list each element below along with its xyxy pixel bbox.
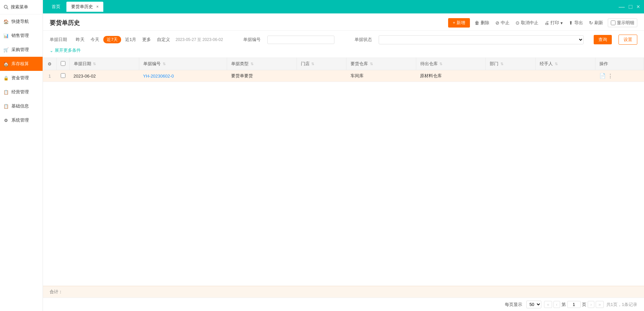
sort-icon-req-warehouse: ⇅ <box>370 62 373 66</box>
th-req-warehouse-label: 要货仓库 <box>351 61 368 66</box>
page-input[interactable] <box>567 301 581 308</box>
expand-label: 展开更多条件 <box>55 47 81 53</box>
cancel-stop-icon: ⊙ <box>516 20 520 26</box>
tab-close-icon[interactable]: × <box>96 4 99 9</box>
row-pending-warehouse: 原材料仓库 <box>416 70 486 82</box>
edit-icon[interactable]: 📄 <box>599 73 606 79</box>
sidebar: 搜索菜单 🏠 快捷导航 📊 销售管理 🛒 采购管理 🏠 库存核算 🔒 资金管理 … <box>0 0 43 311</box>
date-btn-today[interactable]: 今天 <box>89 36 101 43</box>
sidebar-item-operations[interactable]: 📋 经营管理 <box>0 85 43 99</box>
doc-num-input[interactable] <box>267 36 334 44</box>
sidebar-item-basic-info[interactable]: 📋 基础信息 <box>0 99 43 113</box>
row-store <box>297 70 346 82</box>
delete-button[interactable]: 🗑 删除 <box>473 19 491 27</box>
topbar: 首页 要货单历史 × — □ × <box>43 0 644 13</box>
topbar-actions: — □ × <box>619 3 640 10</box>
date-btn-custom[interactable]: 自定义 <box>155 36 172 43</box>
sidebar-item-label: 快捷导航 <box>11 18 29 25</box>
basic-info-icon: 📋 <box>3 103 9 109</box>
delete-icon: 🗑 <box>475 20 479 26</box>
print-arrow-icon: ▾ <box>560 20 563 26</box>
sidebar-item-sales[interactable]: 📊 销售管理 <box>0 29 43 43</box>
action-icons-container: 📄 ⋮ <box>599 73 640 79</box>
per-page-select[interactable]: 50 <box>526 301 541 308</box>
total-info: 共1页，1条记录 <box>606 302 637 308</box>
date-btn-more[interactable]: 更多 <box>140 36 153 43</box>
date-btn-7days[interactable]: 近7天 <box>103 36 121 43</box>
restore-icon[interactable]: □ <box>629 3 633 10</box>
row-doc-type: 要货单要货 <box>227 70 297 82</box>
sort-icon-doc-num: ⇅ <box>163 62 166 66</box>
th-store[interactable]: 门店 ⇅ <box>297 58 346 70</box>
print-button[interactable]: 🖨 打印 ▾ <box>543 19 564 27</box>
page-nav: « ‹ 第 页 › » <box>544 301 603 308</box>
filter-area: 单据日期 昨天 今天 近7天 近1月 更多 自定义 2023-05-27 至 2… <box>43 31 644 58</box>
sidebar-search[interactable]: 搜索菜单 <box>0 0 43 14</box>
last-page-btn[interactable]: » <box>596 301 603 308</box>
th-doc-date-label: 单据日期 <box>74 61 91 66</box>
date-range-display: 2023-05-27 至 2023-06-02 <box>175 37 223 43</box>
status-select[interactable] <box>379 35 584 44</box>
sidebar-item-label: 基础信息 <box>11 103 29 109</box>
th-pending-warehouse[interactable]: 待出仓库 ⇅ <box>416 58 486 70</box>
next-page-btn[interactable]: › <box>588 301 594 308</box>
table-row: 1 2023-06-02 YH-20230602-0 要货单要货 车间库 原材料… <box>43 70 644 82</box>
sidebar-item-label: 系统管理 <box>11 117 29 123</box>
more-icon[interactable]: ⋮ <box>608 73 613 79</box>
home-icon: 🏠 <box>3 19 9 24</box>
tab-requisition-history[interactable]: 要货单历史 × <box>66 2 103 12</box>
sidebar-item-purchase[interactable]: 🛒 采购管理 <box>0 43 43 57</box>
page-label: 第 <box>561 302 566 308</box>
row-checkbox[interactable] <box>61 73 65 78</box>
row-doc-num: YH-20230602-0 <box>139 70 227 82</box>
th-department[interactable]: 部门 ⇅ <box>486 58 536 70</box>
date-btn-1month[interactable]: 近1月 <box>123 36 138 43</box>
new-button[interactable]: + 新增 <box>448 18 470 28</box>
th-settings[interactable]: ⚙ <box>43 58 56 70</box>
query-button[interactable]: 查询 <box>594 35 612 44</box>
doc-num-link[interactable]: YH-20230602-0 <box>143 74 174 79</box>
th-handler[interactable]: 经手人 ⇅ <box>535 58 595 70</box>
th-pending-warehouse-label: 待出仓库 <box>420 61 438 66</box>
expand-more-button[interactable]: ⌄ 展开更多条件 <box>50 47 637 53</box>
show-detail-label: 显示明细 <box>617 20 634 26</box>
per-page-label: 每页显示 <box>505 302 522 308</box>
sort-icon-store: ⇅ <box>311 62 314 66</box>
tab-home-label: 首页 <box>52 4 60 10</box>
table-area: ⚙ 单据日期 ⇅ 单据编号 ⇅ <box>43 58 644 286</box>
sidebar-item-system[interactable]: ⚙ 系统管理 <box>0 113 43 127</box>
close-window-icon[interactable]: × <box>636 3 640 10</box>
refresh-button[interactable]: ↻ 刷新 <box>588 19 604 27</box>
tab-home[interactable]: 首页 <box>47 2 65 12</box>
tab-active-label: 要货单历史 <box>71 4 93 10</box>
export-icon: ⬆ <box>569 20 573 26</box>
sidebar-item-finance[interactable]: 🔒 资金管理 <box>0 71 43 85</box>
th-doc-date[interactable]: 单据日期 ⇅ <box>69 58 139 70</box>
minimize-icon[interactable]: — <box>619 3 625 10</box>
gear-icon: ⚙ <box>3 118 9 123</box>
print-label: 打印 <box>550 20 559 26</box>
sidebar-item-quick-nav[interactable]: 🏠 快捷导航 <box>0 14 43 29</box>
prev-page-btn[interactable]: ‹ <box>553 301 560 308</box>
settings-button[interactable]: 设置 <box>619 35 637 45</box>
first-page-btn[interactable]: « <box>544 301 552 308</box>
export-button[interactable]: ⬆ 导出 <box>568 19 584 27</box>
cancel-stop-button[interactable]: ⊙ 取消中止 <box>514 19 540 27</box>
show-detail-button[interactable]: 显示明细 <box>608 18 637 27</box>
show-detail-checkbox[interactable] <box>611 20 615 25</box>
th-req-warehouse[interactable]: 要货仓库 ⇅ <box>346 58 416 70</box>
svg-line-1 <box>7 8 8 9</box>
export-label: 导出 <box>574 20 583 26</box>
th-doc-num[interactable]: 单据编号 ⇅ <box>139 58 227 70</box>
select-all-checkbox[interactable] <box>61 61 65 66</box>
th-doc-type[interactable]: 单据类型 ⇅ <box>227 58 297 70</box>
th-operation-label: 操作 <box>599 61 608 66</box>
stop-button[interactable]: ⊘ 中止 <box>494 19 511 27</box>
toolbar: + 新增 🗑 删除 ⊘ 中止 ⊙ 取消中止 🖨 打印 ▾ <box>448 18 637 28</box>
settings-icon: ⚙ <box>48 61 52 66</box>
sidebar-item-inventory[interactable]: 🏠 库存核算 <box>0 57 43 71</box>
date-btn-yesterday[interactable]: 昨天 <box>74 36 87 43</box>
table-footer: 合计： <box>43 286 644 298</box>
cancel-stop-label: 取消中止 <box>521 20 538 26</box>
stop-label: 中止 <box>501 20 509 26</box>
